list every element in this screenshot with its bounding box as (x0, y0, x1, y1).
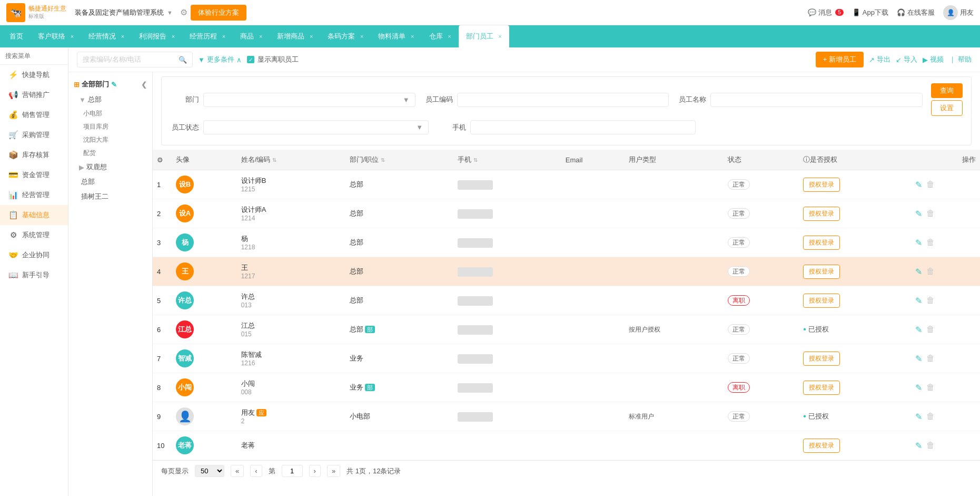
view-button[interactable]: ▶ 视频 (923, 55, 944, 64)
delete-btn[interactable]: 🗑 (926, 412, 935, 421)
first-page-btn[interactable]: « (231, 465, 244, 477)
sidebar-item-marketing[interactable]: 📢 营销推广 (0, 85, 68, 105)
col-dept[interactable]: 部门/职位 ⇅ (345, 150, 454, 170)
empcode-filter-input[interactable] (457, 93, 669, 107)
page-size-select[interactable]: 50 100 200 (195, 465, 224, 477)
tab-employee[interactable]: 部门员工 × (459, 25, 509, 47)
dept-collapse-icon[interactable]: ❮ (141, 81, 147, 89)
close-icon[interactable]: × (172, 33, 175, 40)
delete-btn[interactable]: 🗑 (926, 238, 935, 247)
import-button[interactable]: ↙ 导入 (896, 55, 917, 64)
tab-process[interactable]: 经营历程 × (182, 25, 233, 47)
edit-btn[interactable]: ✎ (915, 441, 922, 451)
close-icon[interactable]: × (222, 33, 225, 40)
page-number-input[interactable] (282, 465, 303, 477)
sidebar-item-system[interactable]: ⚙ 系统管理 (0, 225, 68, 245)
gear-icon[interactable]: ⚙ (180, 7, 187, 17)
close-icon[interactable]: × (259, 33, 262, 40)
dept-header[interactable]: ⊞ 全部部门 ✎ ❮ (68, 76, 152, 92)
export-button[interactable]: ↗ 导出 (869, 55, 890, 64)
tab-barcode[interactable]: 条码方案 × (320, 25, 371, 47)
close-icon[interactable]: × (411, 33, 414, 40)
close-icon[interactable]: × (498, 33, 501, 40)
edit-btn[interactable]: ✎ (915, 412, 922, 422)
tab-home[interactable]: 首页 (2, 25, 31, 47)
auth-login-btn[interactable]: 授权登录 (803, 178, 840, 192)
help-button[interactable]: ｜ 帮助 (949, 55, 972, 64)
edit-btn[interactable]: ✎ (915, 325, 922, 335)
delete-btn[interactable]: 🗑 (926, 325, 935, 334)
sys-dropdown-icon[interactable]: ▼ (167, 9, 173, 16)
tab-goods[interactable]: 商品 × (233, 25, 270, 47)
edit-btn[interactable]: ✎ (915, 180, 922, 190)
delete-btn[interactable]: 🗑 (926, 296, 935, 305)
tab-customer[interactable]: 客户联络 × (31, 25, 81, 47)
col-phone[interactable]: 手机 ⇅ (453, 150, 561, 170)
delete-btn[interactable]: 🗑 (926, 383, 935, 392)
close-icon[interactable]: × (448, 33, 451, 40)
sidebar-item-purchase[interactable]: 🛒 采购管理 (0, 125, 68, 145)
close-icon[interactable]: × (121, 33, 124, 40)
delete-btn[interactable]: 🗑 (926, 180, 935, 189)
dept-edit-icon[interactable]: ✎ (111, 81, 117, 89)
close-icon[interactable]: × (310, 33, 313, 40)
auth-login-btn[interactable]: 授权登录 (803, 236, 840, 250)
delete-btn[interactable]: 🗑 (926, 267, 935, 276)
tab-bom[interactable]: 物料清单 × (371, 25, 421, 47)
search-filter[interactable]: 搜索编码/名称/电话 🔍 (77, 52, 193, 67)
sidebar-search-input[interactable] (5, 52, 68, 60)
auth-login-btn[interactable]: 授权登录 (803, 439, 840, 453)
edit-btn[interactable]: ✎ (915, 354, 922, 364)
sidebar-item-finance[interactable]: 💳 资金管理 (0, 165, 68, 185)
sidebar-item-sales[interactable]: 💰 销售管理 (0, 105, 68, 125)
empstatus-filter-select[interactable]: ▼ (203, 120, 429, 134)
dept-child-xiaodian[interactable]: 小电部 (68, 107, 152, 120)
user-area[interactable]: 👤 用友 (943, 5, 974, 20)
edit-btn[interactable]: ✎ (915, 383, 922, 393)
sidebar-item-guide[interactable]: 📖 新手引导 (0, 265, 68, 285)
delete-btn[interactable]: 🗑 (926, 209, 935, 218)
next-page-btn[interactable]: › (309, 465, 321, 477)
close-icon[interactable]: × (360, 33, 363, 40)
settings-icon[interactable]: ⚙ (157, 156, 163, 164)
auth-login-btn[interactable]: 授权登录 (803, 207, 840, 221)
close-icon[interactable]: × (71, 33, 74, 40)
online-service-btn[interactable]: 🎧 在线客服 (897, 8, 935, 17)
tab-profit[interactable]: 利润报告 × (132, 25, 182, 47)
dept-node-zongbu[interactable]: 总部 (68, 174, 152, 189)
sidebar-item-operation[interactable]: 📊 经营管理 (0, 185, 68, 205)
app-download-btn[interactable]: 📱 App下载 (852, 8, 888, 17)
edit-btn[interactable]: ✎ (915, 209, 922, 219)
tab-warehouse[interactable]: 仓库 × (422, 25, 459, 47)
auth-login-btn[interactable]: 授权登录 (803, 265, 840, 279)
col-name[interactable]: 姓名/编码 ⇅ (237, 150, 345, 170)
sidebar-item-inventory[interactable]: 📦 库存核算 (0, 145, 68, 165)
resigned-checkbox[interactable]: ✓ (247, 56, 254, 63)
sidebar-item-basic[interactable]: 📋 基础信息 (0, 205, 68, 225)
setting-button[interactable]: 设置 (931, 100, 963, 116)
auth-login-btn[interactable]: 授权登录 (803, 294, 840, 308)
query-button[interactable]: 查询 (931, 83, 963, 98)
delete-btn[interactable]: 🗑 (926, 441, 935, 450)
add-employee-button[interactable]: + 新增员工 (816, 52, 864, 67)
phone-filter-input[interactable] (470, 120, 696, 134)
auth-login-btn[interactable]: 授权登录 (803, 381, 840, 395)
tab-operation[interactable]: 经营情况 × (81, 25, 132, 47)
col-settings[interactable]: ⚙ (153, 150, 172, 170)
show-resigned-toggle[interactable]: ✓ 显示离职员工 (247, 55, 299, 64)
delete-btn[interactable]: 🗑 (926, 354, 935, 363)
edit-btn[interactable]: ✎ (915, 267, 922, 277)
auth-login-btn[interactable]: 授权登录 (803, 352, 840, 366)
edit-btn[interactable]: ✎ (915, 238, 922, 248)
dept-node-general-label[interactable]: ▼ 总部 (68, 92, 152, 107)
dept-child-delivery[interactable]: 配货 (68, 147, 152, 160)
dept-node-general[interactable]: ▼ 总部 小电部 项目库房 沈阳大库 配货 (68, 92, 152, 160)
dept-node-chashuwang[interactable]: 插树王二 (68, 189, 152, 204)
dept-node-shuanglu[interactable]: ▶ 双鹿想 (68, 160, 152, 174)
dept-child-shenyang[interactable]: 沈阳大库 (68, 133, 152, 147)
last-page-btn[interactable]: » (327, 465, 340, 477)
dept-child-project[interactable]: 项目库房 (68, 120, 152, 133)
message-btn[interactable]: 💬 消息 5 (808, 8, 844, 17)
sidebar-item-quick[interactable]: ⚡ 快捷导航 (0, 65, 68, 85)
edit-btn[interactable]: ✎ (915, 296, 922, 306)
